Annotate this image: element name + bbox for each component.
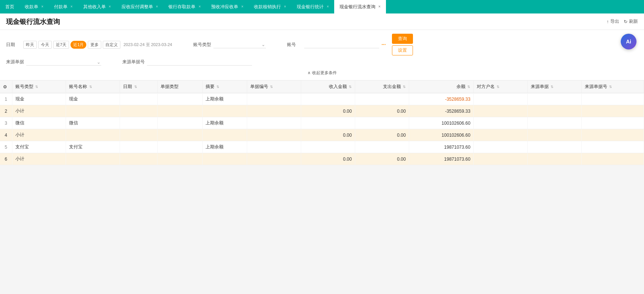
date-yesterday-btn[interactable]: 昨天 [23,41,37,49]
collapse-row[interactable]: ∧ 收起更多条件 [6,69,638,76]
query-button[interactable]: 查询 [392,34,413,44]
cell-account-type: 小计 [12,129,66,141]
cell-balance: 19871073.60 [409,153,473,165]
cell-source-doc [528,117,582,129]
nav-tab-2[interactable]: 其他收入单 × [78,0,116,13]
cell-counterpart [474,141,528,153]
sort-icon: ⇅ [497,85,500,89]
cell-account-name [66,105,120,117]
cell-doc-type [158,153,202,165]
nav-home[interactable]: 首页 [0,0,20,13]
close-icon[interactable]: × [378,0,381,13]
account-dots-btn[interactable]: ··· [381,42,386,48]
close-icon[interactable]: × [327,0,329,13]
table-container: ⚙ 账号类型 ⇅ 账号名称 ⇅ 日期 ⇅ 单据类型 摘要 [0,81,644,165]
row-num: 5 [0,141,12,153]
account-type-select[interactable] [213,41,266,48]
col-source-doc-no[interactable]: 来源单据号 ⇅ [581,81,644,93]
cell-income: 0.00 [301,105,355,117]
cell-source-doc-no [581,141,644,153]
row-num: 2 [0,105,12,117]
cell-balance: 100102606.60 [409,129,473,141]
date-1month-btn[interactable]: 近1月 [71,41,86,49]
cell-doc-no [247,153,301,165]
nav-tab-1[interactable]: 付款单 × [49,0,78,13]
settings-button[interactable]: 设置 [392,45,413,55]
cell-source-doc [528,93,582,105]
export-button[interactable]: ↑ 导出 [606,18,619,25]
date-custom-btn[interactable]: 自定义 [103,41,120,49]
close-icon[interactable]: × [156,0,158,13]
filter-area: 日期 昨天 今天 近7天 近1月 更多 自定义 2023-02-24 至 202… [0,30,644,81]
cell-account-type: 小计 [12,105,66,117]
col-account-name[interactable]: 账号名称 ⇅ [66,81,120,93]
cell-source-doc [528,129,582,141]
col-gear[interactable]: ⚙ [0,81,12,93]
source-doc-select[interactable] [26,58,101,66]
cell-source-doc-no [581,129,644,141]
source-doc-no-label: 来源单据号 [122,59,145,65]
cell-doc-no [247,93,301,105]
nav-tab-7[interactable]: 现金银行统计 × [291,0,334,13]
refresh-button[interactable]: ↻ 刷新 [624,18,638,25]
source-doc-label: 来源单据 [6,59,24,65]
close-icon[interactable]: × [284,0,286,13]
col-account-type[interactable]: 账号类型 ⇅ [12,81,66,93]
col-counterpart[interactable]: 对方户名 ⇅ [474,81,528,93]
row-num: 4 [0,129,12,141]
row-num: 6 [0,153,12,165]
sort-icon: ⇅ [609,85,612,89]
close-icon[interactable]: × [71,0,73,13]
col-income[interactable]: 收入金额 ⇅ [301,81,355,93]
date-buttons: 昨天 今天 近7天 近1月 更多 自定义 2023-02-24 至 2023-0… [23,41,172,49]
col-expense[interactable]: 支出金额 ⇅ [355,81,409,93]
date-today-btn[interactable]: 今天 [38,41,52,49]
cell-balance: -3528659.33 [409,93,473,105]
cell-date [120,105,158,117]
nav-tab-0[interactable]: 收款单 × [20,0,49,13]
col-balance[interactable]: 余额 ⇅ [409,81,473,93]
cell-doc-no [247,129,301,141]
page-title: 现金银行流水查询 [6,17,60,26]
col-doc-no[interactable]: 单据编号 ⇅ [247,81,301,93]
cell-source-doc-no [581,93,644,105]
date-label: 日期 [6,42,21,48]
col-summary[interactable]: 摘要 ⇅ [202,81,247,93]
nav-tab-4[interactable]: 银行存取款单 × [163,0,206,13]
date-more-btn[interactable]: 更多 [88,41,101,49]
cell-income [301,93,355,105]
nav-tab-6[interactable]: 收款核销执行 × [249,0,291,13]
cell-account-type: 现金 [12,93,66,105]
ai-assistant-button[interactable]: Ai [621,34,636,49]
table-row: 1 现金 现金 上期余额 -3528659.33 [0,93,644,105]
nav-tab-3[interactable]: 应收应付调整单 × [116,0,164,13]
close-icon[interactable]: × [198,0,201,13]
cell-account-name [66,153,120,165]
export-icon: ↑ [606,19,609,24]
account-input[interactable] [304,41,379,48]
close-icon[interactable]: × [41,0,44,13]
source-doc-no-filter-group: 来源单据号 [122,58,252,66]
col-date[interactable]: 日期 ⇅ [120,81,158,93]
cell-source-doc [528,153,582,165]
col-source-doc[interactable]: 来源单据 ⇅ [528,81,582,93]
close-icon[interactable]: × [109,0,111,13]
cell-balance: 100102606.60 [409,117,473,129]
action-buttons: 查询 设置 [392,34,413,55]
cell-income: 0.00 [301,153,355,165]
col-doc-type[interactable]: 单据类型 [158,81,202,93]
cell-income [301,117,355,129]
source-doc-no-input[interactable] [147,58,252,66]
refresh-icon: ↻ [624,19,627,24]
chevron-up-icon: ∧ [308,70,311,75]
cell-expense [355,117,409,129]
table-body: 1 现金 现金 上期余额 -3528659.33 2 小计 0.00 0.00 … [0,93,644,165]
account-type-label: 账号类型 [193,42,211,48]
close-icon[interactable]: × [241,0,243,13]
nav-tab-5[interactable]: 预收冲应收单 × [206,0,249,13]
page-header: 现金银行流水查询 ↑ 导出 ↻ 刷新 [0,13,644,30]
cell-doc-type [158,105,202,117]
date-7days-btn[interactable]: 近7天 [53,41,69,49]
nav-tab-8[interactable]: 现金银行流水查询 × [334,0,386,13]
sort-icon: ⇅ [134,85,137,89]
